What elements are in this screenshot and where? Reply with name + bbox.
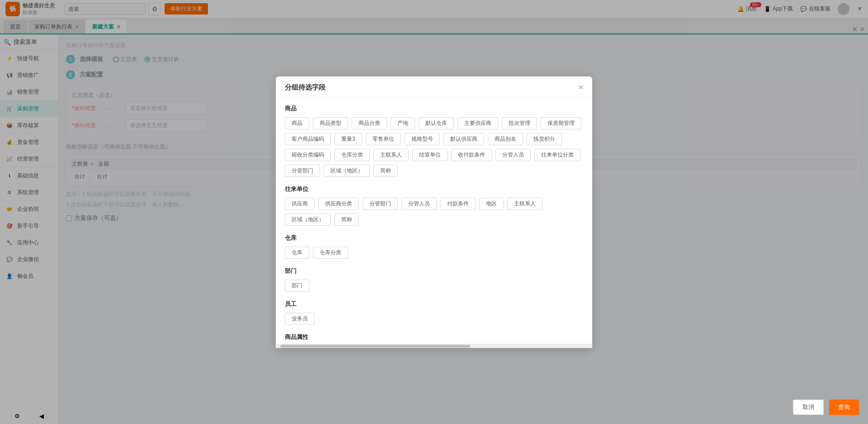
field-tag[interactable]: 商品 (285, 117, 309, 129)
section-goods-title: 商品 (285, 105, 583, 113)
field-tag[interactable]: 分管人员 (495, 149, 531, 161)
field-tag[interactable]: 地区 (479, 198, 504, 210)
field-tag[interactable]: 商品别名 (488, 133, 523, 145)
field-tag[interactable]: 仓库分类 (313, 247, 348, 259)
field-tag[interactable]: 简称 (373, 165, 398, 177)
field-tag[interactable]: 主联系人 (373, 149, 409, 161)
section-department-title: 部门 (285, 267, 583, 275)
section-department-fields: 部门 (285, 280, 583, 292)
field-tag[interactable]: 规格型号 (405, 133, 440, 145)
field-tag[interactable]: 区域（地区） (285, 214, 331, 226)
field-tag[interactable]: 付款条件 (440, 198, 476, 210)
confirm-button[interactable]: 查询 (829, 400, 859, 415)
section-counterpart: 往来单位 供应商 供应商分类 分管部门 分管人员 付款条件 地区 主联系人 区域… (285, 185, 583, 226)
field-tag[interactable]: 重量3 (335, 133, 362, 145)
modal-footer: 取消 查询 (793, 400, 859, 415)
field-tag[interactable]: 分管部门 (363, 198, 398, 210)
cancel-button[interactable]: 取消 (793, 400, 824, 415)
modal-overlay: 分组待选字段 × 商品 商品 商品类型 商品分类 产地 默认仓库 主要供应商 批… (0, 0, 868, 424)
field-tag[interactable]: 往来单位分类 (534, 149, 580, 161)
modal-horizontal-scrollbar[interactable] (276, 344, 592, 348)
section-counterpart-fields: 供应商 供应商分类 分管部门 分管人员 付款条件 地区 主联系人 区域（地区） … (285, 198, 583, 226)
field-tag[interactable]: 拣货积分 (527, 133, 562, 145)
section-product-attr-title: 商品属性 (285, 333, 583, 341)
field-tag[interactable]: 税收分类编码 (285, 149, 331, 161)
section-employee: 员工 业务员 (285, 300, 583, 325)
section-employee-title: 员工 (285, 300, 583, 308)
field-tag[interactable]: 仓库 (285, 247, 309, 259)
field-tag[interactable]: 主联系人 (507, 198, 542, 210)
modal-title: 分组待选字段 (285, 83, 326, 92)
field-tag[interactable]: 简称 (335, 214, 359, 226)
section-goods-fields: 商品 商品类型 商品分类 产地 默认仓库 主要供应商 批次管理 保质期管理 客户… (285, 117, 583, 177)
field-tag[interactable]: 分管部门 (285, 165, 320, 177)
field-tag[interactable]: 仓库分类 (335, 149, 370, 161)
field-tag[interactable]: 产地 (391, 117, 415, 129)
section-warehouse-fields: 仓库 仓库分类 (285, 247, 583, 259)
field-tag[interactable]: 默认仓库 (419, 117, 454, 129)
field-tag[interactable]: 收付款条件 (451, 149, 492, 161)
field-tag[interactable]: 客户商品编码 (285, 133, 331, 145)
section-warehouse-title: 仓库 (285, 234, 583, 242)
field-tag[interactable]: 商品类型 (313, 117, 348, 129)
modal-hscroll-thumb (280, 345, 470, 348)
section-employee-fields: 业务员 (285, 313, 583, 325)
field-tag[interactable]: 部门 (285, 280, 309, 292)
section-goods: 商品 商品 商品类型 商品分类 产地 默认仓库 主要供应商 批次管理 保质期管理… (285, 105, 583, 177)
field-tag[interactable]: 主要供应商 (458, 117, 498, 129)
field-tag[interactable]: 保质期管理 (541, 117, 581, 129)
field-tag[interactable]: 批次管理 (502, 117, 537, 129)
field-tag[interactable]: 默认供应商 (443, 133, 484, 145)
field-tag[interactable]: 分管人员 (401, 198, 437, 210)
section-counterpart-title: 往来单位 (285, 185, 583, 193)
field-tag[interactable]: 供应商分类 (318, 198, 359, 210)
field-tag[interactable]: 区域（地区） (324, 165, 370, 177)
field-tag[interactable]: 零售单位 (366, 133, 401, 145)
field-tag[interactable]: 结算单位 (412, 149, 448, 161)
modal-body[interactable]: 商品 商品 商品类型 商品分类 产地 默认仓库 主要供应商 批次管理 保质期管理… (276, 97, 592, 344)
field-tag[interactable]: 商品分类 (352, 117, 387, 129)
field-tag[interactable]: 供应商 (285, 198, 315, 210)
section-warehouse: 仓库 仓库 仓库分类 (285, 234, 583, 259)
modal-close-button[interactable]: × (578, 83, 583, 92)
field-tag[interactable]: 业务员 (285, 313, 315, 325)
modal-field-select: 分组待选字段 × 商品 商品 商品类型 商品分类 产地 默认仓库 主要供应商 批… (276, 76, 592, 348)
section-department: 部门 部门 (285, 267, 583, 292)
modal-header: 分组待选字段 × (276, 76, 592, 97)
section-product-attr: 商品属性 属性 颜色 多规格 尺码 鞋码 1 (285, 333, 583, 344)
